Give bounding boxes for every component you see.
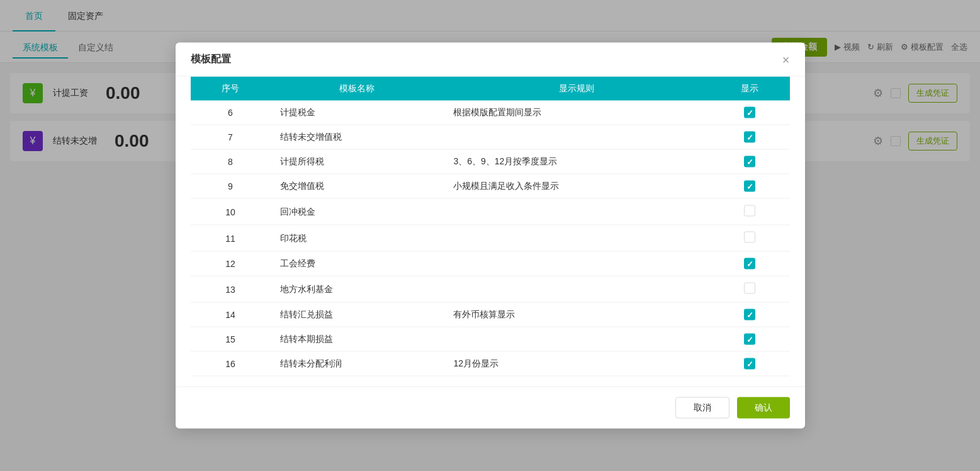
- row-check-5: [710, 225, 790, 251]
- row-name-5: 印花税: [270, 225, 443, 251]
- checkbox-5[interactable]: [744, 232, 755, 243]
- table-header: 序号 模板名称 显示规则 显示: [191, 77, 790, 101]
- checkbox-9[interactable]: [744, 334, 755, 345]
- row-id-2: 8: [191, 149, 271, 174]
- row-check-10: [710, 351, 790, 376]
- col-header-display: 显示: [710, 77, 790, 101]
- row-rule-9: [443, 327, 709, 351]
- row-name-3: 免交增值税: [270, 174, 443, 198]
- row-check-8: [710, 302, 790, 327]
- checkbox-6[interactable]: [744, 258, 755, 270]
- row-id-1: 7: [191, 125, 271, 149]
- row-name-1: 结转未交增值税: [270, 125, 443, 149]
- row-rule-1: [443, 125, 709, 149]
- modal-title: 模板配置: [191, 53, 231, 66]
- row-rule-3: 小规模且满足收入条件显示: [443, 174, 709, 198]
- table-row: 10回冲税金: [191, 198, 790, 225]
- row-name-0: 计提税金: [270, 101, 443, 125]
- row-name-9: 结转本期损益: [270, 327, 443, 351]
- modal-template-config: 模板配置 × 序号 模板名称 显示规则 显示 6计提税金根据模版配置期间显示7结…: [176, 43, 805, 429]
- row-rule-2: 3、6、9、12月按季度显示: [443, 149, 709, 174]
- row-name-8: 结转汇兑损益: [270, 302, 443, 327]
- row-check-9: [710, 327, 790, 351]
- config-table: 序号 模板名称 显示规则 显示 6计提税金根据模版配置期间显示7结转未交增值税8…: [191, 77, 790, 377]
- row-check-1: [710, 125, 790, 149]
- row-rule-5: [443, 225, 709, 251]
- table-row: 16结转未分配利润12月份显示: [191, 351, 790, 376]
- row-check-2: [710, 149, 790, 174]
- table-row: 7结转未交增值税: [191, 125, 790, 149]
- row-name-4: 回冲税金: [270, 198, 443, 225]
- modal-body: 序号 模板名称 显示规则 显示 6计提税金根据模版配置期间显示7结转未交增值税8…: [176, 77, 805, 387]
- table-body: 6计提税金根据模版配置期间显示7结转未交增值税8计提所得税3、6、9、12月按季…: [191, 101, 790, 377]
- row-id-3: 9: [191, 174, 271, 198]
- table-row: 8计提所得税3、6、9、12月按季度显示: [191, 149, 790, 174]
- checkbox-1[interactable]: [744, 132, 755, 143]
- row-rule-4: [443, 198, 709, 225]
- row-rule-8: 有外币核算显示: [443, 302, 709, 327]
- row-check-3: [710, 174, 790, 198]
- table-row: 14结转汇兑损益有外币核算显示: [191, 302, 790, 327]
- modal-footer: 取消 确认: [176, 387, 805, 429]
- modal-header: 模板配置 ×: [176, 43, 805, 77]
- row-id-7: 13: [191, 276, 271, 302]
- row-rule-10: 12月份显示: [443, 351, 709, 376]
- modal-close-button[interactable]: ×: [782, 53, 790, 65]
- table-row: 15结转本期损益: [191, 327, 790, 351]
- row-name-10: 结转未分配利润: [270, 351, 443, 376]
- table-row: 11印花税: [191, 225, 790, 251]
- row-check-4: [710, 198, 790, 225]
- col-header-id: 序号: [191, 77, 271, 101]
- row-check-0: [710, 101, 790, 125]
- checkbox-8[interactable]: [744, 309, 755, 321]
- row-name-7: 地方水利基金: [270, 276, 443, 302]
- row-rule-0: 根据模版配置期间显示: [443, 101, 709, 125]
- checkbox-7[interactable]: [744, 283, 755, 294]
- checkbox-10[interactable]: [744, 358, 755, 370]
- table-row: 9免交增值税小规模且满足收入条件显示: [191, 174, 790, 198]
- row-id-8: 14: [191, 302, 271, 327]
- row-rule-7: [443, 276, 709, 302]
- table-row: 12工会经费: [191, 251, 790, 276]
- row-id-0: 6: [191, 101, 271, 125]
- table-row: 13地方水利基金: [191, 276, 790, 302]
- cancel-button[interactable]: 取消: [675, 397, 729, 419]
- checkbox-3[interactable]: [744, 181, 755, 192]
- row-check-6: [710, 251, 790, 276]
- row-name-2: 计提所得税: [270, 149, 443, 174]
- col-header-rule: 显示规则: [443, 77, 709, 101]
- table-row: 6计提税金根据模版配置期间显示: [191, 101, 790, 125]
- confirm-button[interactable]: 确认: [737, 397, 790, 419]
- row-rule-6: [443, 251, 709, 276]
- row-name-6: 工会经费: [270, 251, 443, 276]
- col-header-name: 模板名称: [270, 77, 443, 101]
- row-id-10: 16: [191, 351, 271, 376]
- row-id-6: 12: [191, 251, 271, 276]
- row-id-4: 10: [191, 198, 271, 225]
- row-check-7: [710, 276, 790, 302]
- checkbox-4[interactable]: [744, 205, 755, 217]
- row-id-5: 11: [191, 225, 271, 251]
- checkbox-0[interactable]: [744, 107, 755, 118]
- checkbox-2[interactable]: [744, 156, 755, 167]
- row-id-9: 15: [191, 327, 271, 351]
